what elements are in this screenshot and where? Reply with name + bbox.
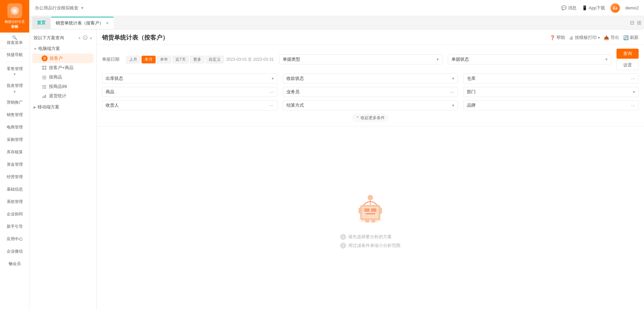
sidebar-item-basic-info[interactable]: 基础信息 (0, 183, 29, 196)
svg-rect-19 (362, 207, 379, 218)
divider-1 (6, 62, 23, 62)
sidebar-item-wholesale-mgmt[interactable]: 批发管理 ▲ (0, 80, 29, 96)
warehouse-select[interactable]: 仓库 ··· (463, 73, 639, 84)
app-download-icon: 📱 (582, 5, 587, 10)
sidebar-item-enterprise-collab[interactable]: 企业协同 (0, 208, 29, 220)
message-label: 消息 (568, 5, 577, 11)
tab-sales-stats[interactable]: 销货单统计表（按客户） ✕ (51, 17, 114, 29)
sidebar-item-app-center[interactable]: 应用中心 (0, 233, 29, 245)
salesperson-select[interactable]: 业务员 ··· (283, 87, 458, 97)
help-btn[interactable]: ❓ 帮助 (550, 35, 565, 41)
payment-method-select[interactable]: 结算方式 ▾ (283, 100, 458, 110)
industry-dropdown-icon[interactable]: ▾ (81, 5, 84, 10)
date-btn-last-7-days[interactable]: 近7天 (172, 56, 189, 63)
top-header: 办公用品行业模拟账套 ▾ 💬 消息 📱 App下载 Ea demo2 (30, 0, 644, 16)
collapse-filter-btn[interactable]: ⌃ 收起更多条件 (352, 114, 389, 122)
department-select[interactable]: 部门 ▾ (463, 87, 639, 97)
tree-item-by-product[interactable]: 按商品 (32, 72, 94, 82)
tree-mobile-parent[interactable]: ▶ 移动端方案 (32, 102, 94, 112)
product-select[interactable]: 商品 ··· (102, 87, 277, 97)
left-panel-title: 按以下方案查询 (34, 35, 64, 41)
edit-scheme-icon[interactable]: ✎ (83, 35, 88, 41)
sidebar-item-new-guide[interactable]: 新手引导 (0, 220, 29, 233)
sidebar-item-system[interactable]: 系统管理 (0, 196, 29, 208)
date-btn-more[interactable]: 更多 (190, 56, 204, 63)
user-name: demo2 (625, 5, 639, 10)
basic-info-label: 基础信息 (7, 187, 23, 192)
tab-close-icon[interactable]: ✕ (106, 21, 109, 25)
tip-2-text: 用过滤条件来缩小分析范围 (348, 243, 400, 249)
filter-row-1: 单据日期 上月 本月 本年 近7天 更多 自定义 2023-03-01 至 20… (102, 49, 639, 70)
search-menu[interactable]: 🔍 搜索菜单 (0, 33, 29, 49)
message-btn[interactable]: 💬 消息 (561, 5, 577, 11)
settings-button[interactable]: 设置 (616, 60, 639, 70)
tab-home[interactable]: 首页 (32, 17, 50, 29)
date-btn-this-month[interactable]: 本月 (142, 56, 156, 63)
out-status-select[interactable]: 出库状态 ▾ (102, 73, 277, 84)
svg-rect-24 (379, 208, 382, 214)
tree-item-by-customer[interactable]: 客 按客户 (32, 54, 94, 63)
date-range-text: 2023-03-01 至 2023-03-31 (226, 57, 274, 62)
consignee-select[interactable]: 收货人 ··· (102, 100, 277, 110)
tree-desktop-parent[interactable]: ▼ 电脑端方案 (32, 44, 94, 54)
order-status-select[interactable]: 单据状态 ▾ (448, 54, 611, 64)
tab-expand-icon[interactable]: ⊞ (637, 19, 641, 26)
search-menu-label: 搜索菜单 (7, 40, 23, 45)
member-label: 畅会员 (9, 261, 21, 267)
tree-item-by-customer-product[interactable]: 按客户+商品 (32, 63, 94, 72)
ecommerce-label: 电商管理 (7, 124, 23, 130)
template-print-btn[interactable]: 🖨 按模板打印 ▾ (569, 35, 600, 41)
export-btn[interactable]: 📤 导出 (604, 35, 619, 41)
logo-icon: 畅 (7, 3, 22, 18)
purchase-label: 采购管理 (7, 137, 23, 143)
sidebar-item-enterprise-wechat[interactable]: 企业微信 (0, 245, 29, 258)
warehouse-dots: ··· (631, 76, 635, 81)
system-label: 系统管理 (7, 199, 23, 205)
by-customer-label: 按客户 (50, 55, 63, 61)
date-btn-this-year[interactable]: 本年 (157, 56, 171, 63)
sidebar-item-ecommerce[interactable]: 电商管理 (0, 121, 29, 134)
app-download-btn[interactable]: 📱 App下载 (582, 5, 605, 11)
template-print-icon: 🖨 (569, 35, 574, 40)
date-btn-custom[interactable]: 自定义 (206, 56, 224, 63)
consignee-label: 收货人 (106, 102, 119, 108)
sidebar-item-sales-mgmt[interactable]: 销售管理 (0, 109, 29, 121)
action-buttons: 查询 设置 (616, 49, 639, 70)
return-stats-icon (42, 93, 47, 99)
order-type-select[interactable]: 单据类型 ▾ (279, 54, 442, 64)
sidebar-item-finance[interactable]: 资金管理 (0, 158, 29, 171)
sidebar-item-purchase[interactable]: 采购管理 (0, 134, 29, 146)
brand-select[interactable]: 品牌 ··· (463, 100, 639, 110)
collapse-panel-icon[interactable]: « (90, 35, 92, 41)
tab-bar: 首页 销货单统计表（按客户） ✕ ⊟ ⊞ (30, 16, 644, 30)
right-content: 销货单统计表（按客户） ❓ 帮助 🖨 按模板打印 ▾ 📤 导出 (97, 30, 644, 310)
product-label: 商品 (106, 89, 114, 95)
refresh-btn[interactable]: 🔄 刷新 (623, 35, 639, 41)
svg-rect-10 (42, 79, 46, 79)
logo-area: 畅 畅捷信好生意 标账 (0, 0, 29, 33)
sidebar-item-retail-mgmt[interactable]: 零售管理 ▼ (0, 63, 29, 80)
by-customer-icon: 客 (42, 55, 48, 61)
sidebar-item-ops[interactable]: 经营管理 (0, 171, 29, 183)
receipt-status-select[interactable]: 收款状态 ▾ (283, 73, 458, 84)
sidebar-item-member[interactable]: 畅会员 (0, 258, 29, 270)
sidebar-item-inventory[interactable]: 库存核算 (0, 146, 29, 158)
date-btn-last-month[interactable]: 上月 (126, 56, 140, 63)
tree-item-by-product-99[interactable]: 按商品99 (32, 82, 94, 91)
quick-nav-label: 快捷导航 (7, 52, 23, 58)
empty-tips: 1 请先选择要分析的方案 2 用过滤条件来缩小分析范围 (340, 234, 400, 249)
tab-minimize-icon[interactable]: ⊟ (630, 19, 634, 26)
sidebar-item-quick-nav[interactable]: 快捷导航 (0, 49, 29, 61)
user-avatar[interactable]: Ea (610, 3, 620, 13)
tree-item-return-stats[interactable]: 退货统计 (32, 91, 94, 101)
template-print-label: 按模板打印 (575, 35, 597, 41)
sidebar-item-marketing[interactable]: 营销推广 (0, 96, 29, 109)
out-status-label: 出库状态 (106, 75, 123, 82)
svg-rect-16 (45, 95, 46, 98)
svg-rect-20 (364, 208, 370, 212)
add-scheme-icon[interactable]: + (78, 35, 81, 41)
filter-row-4: 收货人 ··· 结算方式 ▾ 品牌 ··· (102, 100, 639, 110)
query-button[interactable]: 查询 (616, 49, 639, 59)
tree-desktop-arrow: ▼ (34, 47, 37, 51)
tip-2-num: 2 (340, 243, 346, 249)
